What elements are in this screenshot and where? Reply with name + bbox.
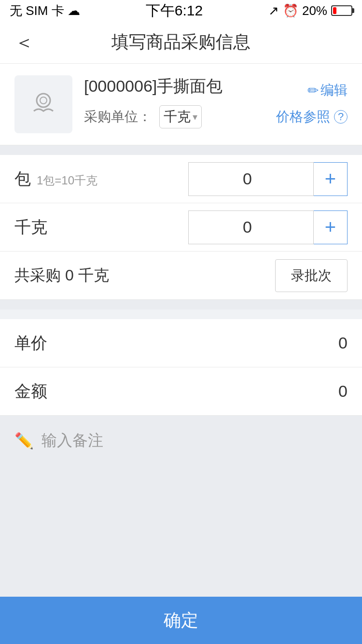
svg-point-0 xyxy=(37,94,50,107)
note-section[interactable]: ✏️ 输入备注 xyxy=(0,416,362,466)
kg-input-right: + xyxy=(188,210,348,244)
section-divider-2 xyxy=(0,300,362,309)
battery-fill xyxy=(333,7,336,14)
amount-row: 金额 0 xyxy=(0,367,362,416)
input-section: 包 1包=10千克 + 千克 + xyxy=(0,155,362,252)
kg-label: 千克 xyxy=(14,216,47,238)
product-name: [0000006]手撕面包 xyxy=(84,75,223,98)
note-placeholder: 输入备注 xyxy=(42,430,103,451)
location-icon: ↗ xyxy=(268,3,279,18)
edit-button[interactable]: ✏ 编辑 xyxy=(307,75,348,105)
amount-value: 0 xyxy=(338,382,348,401)
page-title: 填写商品采购信息 xyxy=(111,30,251,54)
bao-input-row: 包 1包=10千克 + xyxy=(0,155,362,203)
amount-label: 金额 xyxy=(14,380,47,403)
nav-bar: ＜ 填写商品采购信息 xyxy=(0,21,362,64)
unit-dropdown[interactable]: 千克 ▾ xyxy=(159,105,202,128)
bao-label: 包 1包=10千克 xyxy=(14,168,97,190)
battery-percent: 20% xyxy=(302,3,327,18)
kg-quantity-input[interactable] xyxy=(188,210,314,244)
kg-plus-button[interactable]: + xyxy=(314,210,348,244)
product-image xyxy=(14,75,72,133)
bao-sublabel: 1包=10千克 xyxy=(37,173,97,188)
total-text: 共采购 0 千克 xyxy=(14,265,109,286)
record-batch-button[interactable]: 录批次 xyxy=(275,259,348,292)
unit-value: 千克 xyxy=(164,108,191,126)
status-time: 下午6:12 xyxy=(146,1,203,21)
unit-price-label: 单价 xyxy=(14,332,47,354)
pencil-icon: ✏️ xyxy=(14,432,34,450)
status-right: ↗ ⏰ 20% xyxy=(268,3,352,18)
product-info: [0000006]手撕面包 ✏ 编辑 采购单位： 千克 ▾ 价格参照 ? xyxy=(84,75,348,128)
product-card: [0000006]手撕面包 ✏ 编辑 采购单位： 千克 ▾ 价格参照 ? xyxy=(0,64,362,145)
price-section: 单价 0 金额 0 xyxy=(0,319,362,416)
chevron-down-icon: ▾ xyxy=(193,111,197,123)
edit-icon: ✏ xyxy=(307,83,319,98)
no-sim-label: 无 SIM 卡 ☁ xyxy=(10,2,80,19)
help-icon: ? xyxy=(334,110,348,124)
svg-point-1 xyxy=(40,97,47,104)
bao-input-right: + xyxy=(188,162,348,196)
purchase-unit-label: 采购单位： xyxy=(84,108,152,126)
kg-input-row: 千克 + xyxy=(0,203,362,252)
battery-icon xyxy=(331,5,352,16)
price-ref-button[interactable]: 价格参照 ? xyxy=(276,108,348,126)
total-row: 共采购 0 千克 录批次 xyxy=(0,252,362,300)
section-divider-1 xyxy=(0,145,362,155)
bao-quantity-input[interactable] xyxy=(188,162,314,196)
product-meta: 采购单位： 千克 ▾ 价格参照 ? xyxy=(84,105,348,128)
status-bar: 无 SIM 卡 ☁ 下午6:12 ↗ ⏰ 20% xyxy=(0,0,362,21)
back-button[interactable]: ＜ xyxy=(14,29,34,56)
unit-price-row: 单价 0 xyxy=(0,319,362,367)
status-left: 无 SIM 卡 ☁ xyxy=(10,2,80,19)
bao-plus-button[interactable]: + xyxy=(314,162,348,196)
alarm-icon: ⏰ xyxy=(283,3,298,18)
confirm-button[interactable]: 确定 xyxy=(0,597,362,644)
unit-price-value: 0 xyxy=(338,334,348,352)
